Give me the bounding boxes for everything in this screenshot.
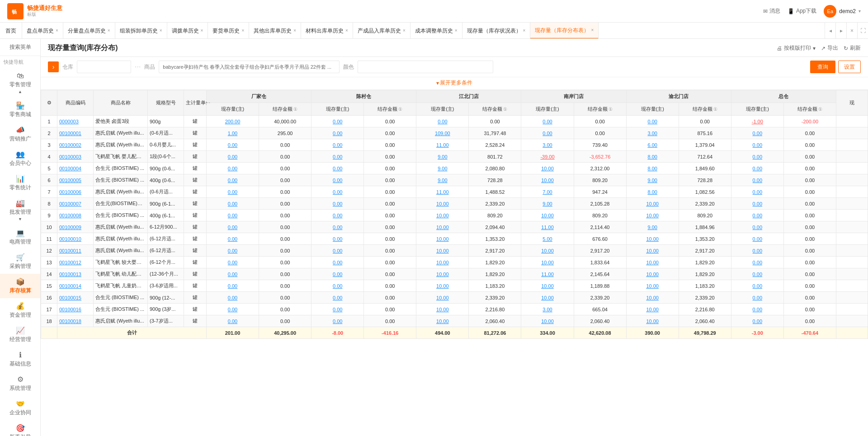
sidebar-item-system[interactable]: ⚙ 系统管理 bbox=[0, 371, 40, 396]
cell-jb-stock[interactable]: 10.00 bbox=[416, 210, 469, 221]
cell-na-stock[interactable]: 10.00 bbox=[521, 315, 574, 327]
cell-t-stock[interactable]: -1.00 bbox=[731, 116, 783, 127]
sidebar-item-retail-stats[interactable]: 📊 零售统计 bbox=[0, 171, 40, 195]
cell-f-stock[interactable]: 0.00 bbox=[207, 280, 259, 292]
cell-code[interactable]: 0000003 bbox=[57, 116, 94, 127]
query-button[interactable]: 查询 bbox=[810, 61, 835, 73]
cell-t-stock[interactable]: 0.00 bbox=[731, 280, 783, 292]
tab-transfer-close[interactable]: × bbox=[201, 23, 203, 39]
cell-jb-stock[interactable]: 10.00 bbox=[416, 315, 469, 327]
filter-collapse-button[interactable]: › bbox=[48, 61, 59, 72]
cell-code[interactable]: 00100016 bbox=[57, 304, 94, 315]
cell-na-stock[interactable]: 10.00 bbox=[521, 210, 574, 221]
cell-f-stock[interactable]: 0.00 bbox=[207, 151, 259, 163]
tab-cost-close[interactable]: × bbox=[455, 23, 458, 39]
app-download-button[interactable]: 📱 App下载 bbox=[788, 7, 816, 15]
sidebar-item-inventory[interactable]: 📦 库存核算 bbox=[0, 274, 40, 298]
cell-na-stock[interactable]: 9.00 bbox=[521, 198, 574, 210]
sidebar-item-operations[interactable]: 📈 经营管理 bbox=[0, 323, 40, 347]
cell-c-stock[interactable]: 0.00 bbox=[311, 127, 364, 139]
cell-f-stock[interactable]: 0.00 bbox=[207, 304, 259, 315]
cell-f-stock[interactable]: 0.00 bbox=[207, 315, 259, 327]
cell-code[interactable]: 00100011 bbox=[57, 245, 94, 257]
cell-yb-stock[interactable]: 10.00 bbox=[626, 257, 679, 268]
cell-na-stock[interactable]: 10.00 bbox=[521, 174, 574, 186]
tab-stock-dist-close[interactable]: × bbox=[591, 23, 594, 38]
cell-code[interactable]: 00100012 bbox=[57, 257, 94, 268]
tab-material-close[interactable]: × bbox=[345, 23, 348, 39]
sidebar-item-retail-mgmt[interactable]: 🛍 零售管理 ▲ bbox=[0, 68, 40, 98]
cell-code[interactable]: 00100010 bbox=[57, 233, 94, 245]
cell-na-stock[interactable]: 0.00 bbox=[521, 116, 574, 127]
cell-c-stock[interactable]: 0.00 bbox=[311, 233, 364, 245]
sidebar-search-button[interactable]: 搜索英单 bbox=[4, 43, 37, 51]
cell-jb-stock[interactable]: 10.00 bbox=[416, 280, 469, 292]
tab-close-all-button[interactable]: × bbox=[846, 23, 857, 39]
cell-t-stock[interactable]: 0.00 bbox=[731, 292, 783, 304]
print-button[interactable]: 🖨 按模版打印 ▾ bbox=[777, 44, 816, 52]
sidebar-item-finance[interactable]: 💰 资金管理 bbox=[0, 298, 40, 323]
cell-c-stock[interactable]: 0.00 bbox=[311, 139, 364, 151]
tab-next-button[interactable]: ▸ bbox=[835, 23, 846, 39]
cell-t-stock[interactable]: 0.00 bbox=[731, 315, 783, 327]
cell-yb-stock[interactable]: 10.00 bbox=[626, 268, 679, 280]
cell-yb-stock[interactable]: 6.00 bbox=[626, 139, 679, 151]
cell-f-stock[interactable]: 0.00 bbox=[207, 210, 259, 221]
sidebar-item-member[interactable]: 👥 会员中心 bbox=[0, 146, 40, 171]
cell-t-stock[interactable]: 0.00 bbox=[731, 221, 783, 233]
cell-f-stock[interactable]: 1.00 bbox=[207, 127, 259, 139]
cell-na-stock[interactable]: 10.00 bbox=[521, 245, 574, 257]
tab-cat-close[interactable]: × bbox=[108, 23, 110, 39]
cell-yb-stock[interactable]: 3.00 bbox=[626, 127, 679, 139]
cell-f-stock[interactable]: 0.00 bbox=[207, 257, 259, 268]
cell-na-stock[interactable]: 3.00 bbox=[521, 139, 574, 151]
tab-other-out-close[interactable]: × bbox=[293, 23, 296, 39]
color-input[interactable] bbox=[358, 61, 493, 73]
tab-stock-dist[interactable]: 现存量（库存分布表） × bbox=[530, 23, 599, 39]
cell-jb-stock[interactable]: 10.00 bbox=[416, 304, 469, 315]
cell-code[interactable]: 00100007 bbox=[57, 198, 94, 210]
cell-code[interactable]: 00100018 bbox=[57, 315, 94, 327]
cell-c-stock[interactable]: 0.00 bbox=[311, 116, 364, 127]
cell-jb-stock[interactable]: 0.00 bbox=[416, 116, 469, 127]
tab-other-out[interactable]: 其他出库单历史 × bbox=[249, 23, 301, 39]
cell-jb-stock[interactable]: 10.00 bbox=[416, 233, 469, 245]
cell-jb-stock[interactable]: 9.00 bbox=[416, 163, 469, 174]
tab-assemble-close[interactable]: × bbox=[160, 23, 162, 39]
cell-code[interactable]: 00100001 bbox=[57, 127, 94, 139]
tab-transfer[interactable]: 调拨单历史 × bbox=[167, 23, 208, 39]
sidebar-item-guide[interactable]: 🎯 新手引导 bbox=[0, 420, 40, 436]
cell-na-stock[interactable]: 5.00 bbox=[521, 233, 574, 245]
message-button[interactable]: ✉ 消息 bbox=[763, 7, 780, 15]
cell-jb-stock[interactable]: 9.00 bbox=[416, 151, 469, 163]
cell-t-stock[interactable]: 0.00 bbox=[731, 304, 783, 315]
tab-stocktake[interactable]: 盘点单历史 × bbox=[22, 23, 63, 39]
cell-t-stock[interactable]: 0.00 bbox=[731, 257, 783, 268]
setting-button[interactable]: 设置 bbox=[838, 61, 861, 73]
tab-order[interactable]: 要货单历史 × bbox=[208, 23, 249, 39]
sidebar-item-purchase[interactable]: 🛒 采购管理 bbox=[0, 249, 40, 274]
cell-c-stock[interactable]: 0.00 bbox=[311, 257, 364, 268]
cell-na-stock[interactable]: 7.00 bbox=[521, 186, 574, 198]
cell-t-stock[interactable]: 0.00 bbox=[731, 268, 783, 280]
cell-f-stock[interactable]: 0.00 bbox=[207, 186, 259, 198]
user-area[interactable]: Ea demo2 ▾ bbox=[824, 5, 861, 18]
cell-jb-stock[interactable]: 10.00 bbox=[416, 245, 469, 257]
cell-f-stock[interactable]: 0.00 bbox=[207, 174, 259, 186]
cell-yb-stock[interactable]: 8.00 bbox=[626, 163, 679, 174]
cell-c-stock[interactable]: 0.00 bbox=[311, 315, 364, 327]
cell-code[interactable]: 00100006 bbox=[57, 186, 94, 198]
cell-c-stock[interactable]: 0.00 bbox=[311, 245, 364, 257]
tab-product-in-close[interactable]: × bbox=[403, 23, 406, 39]
cell-na-stock[interactable]: 11.00 bbox=[521, 221, 574, 233]
warehouse-dots[interactable]: ··· bbox=[135, 63, 141, 71]
cell-f-stock[interactable]: 0.00 bbox=[207, 233, 259, 245]
cell-code[interactable]: 00100013 bbox=[57, 268, 94, 280]
cell-yb-stock[interactable]: 10.00 bbox=[626, 292, 679, 304]
cell-jb-stock[interactable]: 10.00 bbox=[416, 268, 469, 280]
cell-t-stock[interactable]: 0.00 bbox=[731, 139, 783, 151]
cell-jb-stock[interactable]: 10.00 bbox=[416, 292, 469, 304]
cell-na-stock[interactable]: 0.00 bbox=[521, 127, 574, 139]
cell-code[interactable]: 00100008 bbox=[57, 210, 94, 221]
cell-f-stock[interactable]: 0.00 bbox=[207, 163, 259, 174]
